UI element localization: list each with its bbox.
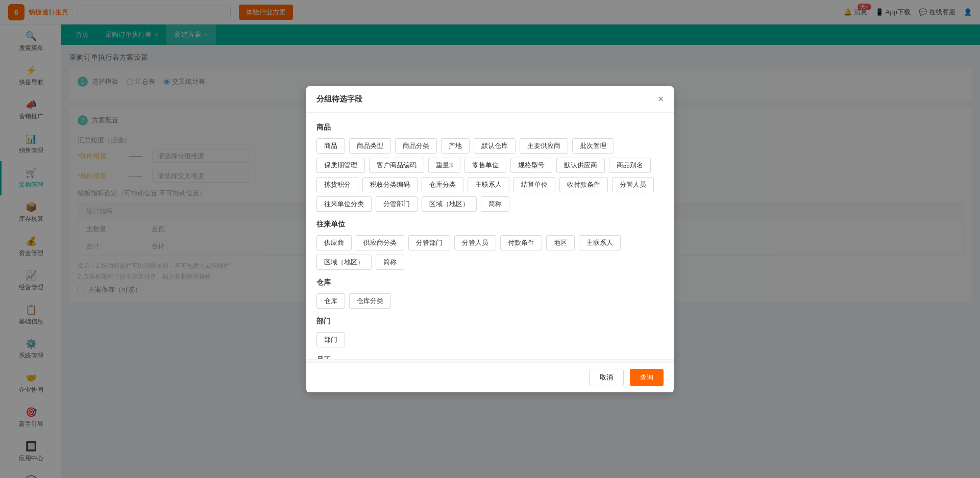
field-tags-department: 部门	[316, 332, 664, 347]
field-tags-goods: 商品 商品类型 商品分类 产地 默认仓库 主要供应商 批次管理 保质期管理 客户…	[316, 138, 664, 212]
field-tag-partner-2[interactable]: 分管部门	[408, 235, 450, 250]
field-tag-partner-7[interactable]: 区域（地区）	[316, 255, 372, 270]
field-tag-goods-19[interactable]: 收付款条件	[559, 177, 608, 192]
field-tag-goods-1[interactable]: 商品类型	[349, 138, 391, 154]
section-title-employee: 员工	[316, 356, 664, 359]
field-tag-goods-8[interactable]: 客户商品编码	[369, 158, 424, 173]
modal-title: 分组待选字段	[316, 94, 362, 104]
field-tag-goods-13[interactable]: 商品别名	[609, 158, 651, 173]
field-tag-goods-5[interactable]: 主要供应商	[520, 138, 568, 154]
modal-body: 商品 商品 商品类型 商品分类 产地 默认仓库 主要供应商 批次管理 保质期管理…	[306, 113, 674, 359]
section-title-warehouse: 仓库	[316, 278, 664, 287]
modal-footer: 取消 查询	[306, 362, 674, 392]
field-tag-goods-17[interactable]: 主联系人	[468, 177, 509, 192]
field-tag-partner-4[interactable]: 付款条件	[500, 235, 542, 250]
modal-header: 分组待选字段 ×	[306, 86, 674, 113]
field-tag-goods-23[interactable]: 区域（地区）	[422, 196, 477, 212]
field-tag-partner-3[interactable]: 分管人员	[454, 235, 496, 250]
field-tag-goods-4[interactable]: 默认仓库	[474, 138, 516, 154]
field-tag-goods-14[interactable]: 拣货积分	[316, 177, 358, 192]
modal-overlay: 分组待选字段 × 商品 商品 商品类型 商品分类 产地 默认仓库 主要供应商 批…	[0, 0, 980, 478]
field-tag-goods-24[interactable]: 简称	[481, 196, 509, 212]
field-tag-partner-0[interactable]: 供应商	[316, 235, 352, 250]
section-title-department: 部门	[316, 317, 664, 326]
field-tag-goods-12[interactable]: 默认供应商	[556, 158, 605, 173]
field-tag-goods-6[interactable]: 批次管理	[572, 138, 614, 154]
field-tag-goods-0[interactable]: 商品	[316, 138, 345, 154]
section-title-partner: 往来单位	[316, 220, 664, 229]
field-tag-goods-15[interactable]: 税收分类编码	[362, 177, 418, 192]
field-tag-goods-3[interactable]: 产地	[441, 138, 470, 154]
field-tag-goods-11[interactable]: 规格型号	[510, 158, 552, 173]
field-tag-goods-22[interactable]: 分管部门	[376, 196, 418, 212]
field-tag-goods-9[interactable]: 重量3	[428, 158, 460, 173]
field-tag-goods-10[interactable]: 零售单位	[464, 158, 506, 173]
field-tag-goods-7[interactable]: 保质期管理	[316, 158, 365, 173]
field-tag-goods-18[interactable]: 结算单位	[513, 177, 555, 192]
field-tag-goods-20[interactable]: 分管人员	[612, 177, 654, 192]
field-tag-partner-6[interactable]: 主联系人	[579, 235, 621, 250]
field-tag-goods-16[interactable]: 仓库分类	[422, 177, 463, 192]
field-tags-warehouse: 仓库 仓库分类	[316, 293, 664, 309]
field-tag-warehouse-0[interactable]: 仓库	[316, 293, 345, 309]
field-tag-dept-0[interactable]: 部门	[316, 332, 345, 347]
field-tag-partner-8[interactable]: 简称	[376, 255, 404, 270]
field-tag-partner-1[interactable]: 供应商分类	[356, 235, 404, 250]
field-tag-partner-5[interactable]: 地区	[546, 235, 575, 250]
field-select-modal: 分组待选字段 × 商品 商品 商品类型 商品分类 产地 默认仓库 主要供应商 批…	[306, 86, 674, 392]
field-tag-goods-2[interactable]: 商品分类	[395, 138, 437, 154]
modal-close-button[interactable]: ×	[658, 94, 664, 104]
confirm-button[interactable]: 查询	[630, 369, 664, 386]
field-tag-goods-21[interactable]: 往来单位分类	[316, 196, 372, 212]
section-title-goods: 商品	[316, 123, 664, 132]
field-tags-partner: 供应商 供应商分类 分管部门 分管人员 付款条件 地区 主联系人 区域（地区） …	[316, 235, 664, 270]
cancel-button[interactable]: 取消	[589, 369, 624, 386]
field-tag-warehouse-1[interactable]: 仓库分类	[349, 293, 391, 309]
